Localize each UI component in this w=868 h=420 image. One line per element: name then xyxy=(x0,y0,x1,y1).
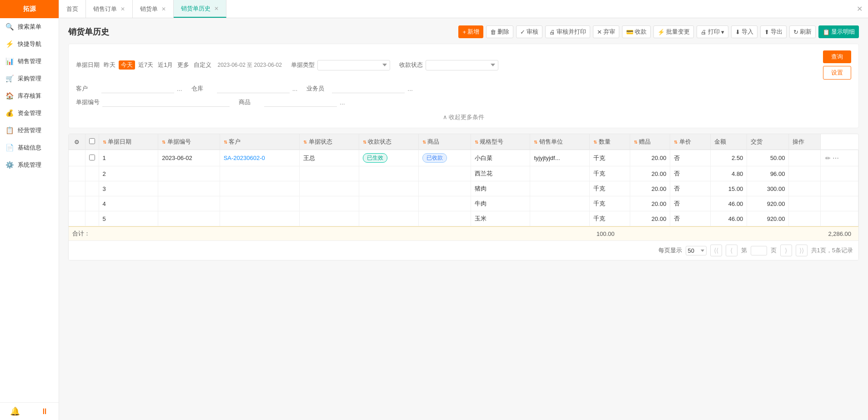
salesperson-input[interactable] xyxy=(332,84,405,93)
customer-input[interactable] xyxy=(101,84,174,93)
sidebar-item-operation-mgmt[interactable]: 📋 经营管理 xyxy=(0,122,59,139)
import-button[interactable]: ⬇ 导入 xyxy=(731,25,758,38)
col-paystatus[interactable]: ⇅ 收款状态 xyxy=(359,134,418,150)
row-checkbox[interactable] xyxy=(89,155,95,160)
pause-icon[interactable]: ⏸ xyxy=(40,407,49,416)
reject-label: 弃审 xyxy=(603,28,615,36)
col-gear[interactable]: ⚙ xyxy=(69,134,85,150)
row-docno xyxy=(220,181,299,196)
tab-sales-history-close[interactable]: ✕ xyxy=(214,5,219,12)
col-unit[interactable]: ⇅ 销售单位 xyxy=(530,134,590,150)
goods-dots[interactable]: ... xyxy=(340,99,345,106)
page-size-label: 每页显示 xyxy=(658,246,682,255)
sidebar-item-sales-mgmt[interactable]: 📊 销售管理 xyxy=(0,53,59,70)
col-docno[interactable]: ⇅ 单据编号 xyxy=(158,134,220,150)
doc-number-input[interactable] xyxy=(102,98,230,107)
row-trade xyxy=(789,211,821,226)
tab-sales-history[interactable]: 销货单历史 ✕ xyxy=(174,0,226,18)
more-icon[interactable]: ⋯ xyxy=(833,155,839,162)
doc-type-select[interactable] xyxy=(317,60,390,70)
payment-status-select[interactable] xyxy=(426,60,498,70)
print-button[interactable]: 🖨 打印 ▾ xyxy=(697,25,728,38)
shortcut-1month[interactable]: 近1月 xyxy=(156,60,174,70)
tabbar-close-all[interactable]: ✕ xyxy=(851,0,868,18)
tab-sales-doc[interactable]: 销货单 ✕ xyxy=(133,0,174,18)
page-label: 第 xyxy=(741,246,747,255)
approve-button[interactable]: ✓ 审核 xyxy=(516,25,542,38)
batch-change-button[interactable]: ⚡ 批量变更 xyxy=(653,25,694,38)
doc-number-label: 单据编号 xyxy=(76,98,100,106)
filter-query-col: 查询 设置 xyxy=(823,50,851,80)
table-row: 2 西兰花 千克 20.00 否 4.80 96.00 xyxy=(69,166,858,181)
first-page-button[interactable]: ⟨⟨ xyxy=(710,245,722,256)
col-qty[interactable]: ⇅ 数量 xyxy=(590,134,630,150)
tab-sales-order[interactable]: 销售订单 ✕ xyxy=(86,0,133,18)
next-page-button[interactable]: ⟩ xyxy=(780,245,792,256)
shortcut-custom[interactable]: 自定义 xyxy=(192,60,213,70)
delete-button[interactable]: 🗑 删除 xyxy=(486,25,513,38)
prev-page-button[interactable]: ⟨ xyxy=(726,245,738,256)
warehouse-input[interactable] xyxy=(217,84,290,93)
footer-amount: 2,286.00 xyxy=(618,230,855,237)
goods-input[interactable] xyxy=(264,98,337,107)
refresh-button[interactable]: ↻ 刷新 xyxy=(789,25,816,38)
export-button[interactable]: ⬆ 导出 xyxy=(760,25,787,38)
row-ops xyxy=(821,196,858,211)
row-customer xyxy=(300,211,359,226)
filter-date: 单据日期 昨天 今天 近7天 近1月 更多 自定义 2023-06-02 至 2… xyxy=(76,60,282,70)
sidebar-item-search-menu[interactable]: 🔍 搜索菜单 xyxy=(0,18,59,35)
shortcut-more[interactable]: 更多 xyxy=(176,60,191,70)
sort-date-icon: ⇅ xyxy=(103,140,106,145)
show-detail-button[interactable]: 📋 显示明细 xyxy=(818,25,859,38)
sort-docno-icon: ⇅ xyxy=(162,140,166,145)
col-date[interactable]: ⇅ 单据日期 xyxy=(99,134,158,150)
collect-icon: 💳 xyxy=(626,29,633,35)
collect-button[interactable]: 💳 收款 xyxy=(622,25,651,38)
warehouse-label: 仓库 xyxy=(191,85,214,93)
row-amount: 96.00 xyxy=(747,166,789,181)
shortcut-today[interactable]: 今天 xyxy=(119,60,135,70)
sidebar-item-sys-mgmt[interactable]: ⚙️ 系统管理 xyxy=(0,156,59,174)
salesperson-dots[interactable]: ... xyxy=(407,85,413,92)
tab-sales-order-close[interactable]: ✕ xyxy=(120,6,125,12)
warehouse-dots[interactable]: ... xyxy=(292,85,298,92)
tab-home[interactable]: 首页 xyxy=(59,0,86,18)
page-number-input[interactable]: 1 xyxy=(751,246,767,255)
sidebar-item-inventory-calc[interactable]: 🏠 库存核算 xyxy=(0,87,59,105)
settings-button[interactable]: 设置 xyxy=(823,66,851,80)
doc-no-link[interactable]: SA-20230602-0 xyxy=(224,155,265,161)
sidebar-item-purchase-mgmt[interactable]: 🛒 采购管理 xyxy=(0,70,59,87)
approve-print-button[interactable]: 🖨 审核并打印 xyxy=(545,25,590,38)
sidebar-item-base-info[interactable]: 📄 基础信息 xyxy=(0,139,59,156)
row-ops: ✏⋯ xyxy=(821,150,858,166)
notification-icon[interactable]: 🔔 xyxy=(10,406,20,416)
col-docstatus[interactable]: ⇅ 单据状态 xyxy=(300,134,359,150)
row-goods: 小白菜 xyxy=(471,150,530,166)
col-spec[interactable]: ⇅ 规格型号 xyxy=(471,134,530,150)
row-amount: 50.00 xyxy=(747,150,789,166)
row-spec xyxy=(530,166,590,181)
col-goods[interactable]: ⇅ 商品 xyxy=(418,134,471,150)
query-button[interactable]: 查询 xyxy=(823,50,851,63)
collapse-row[interactable]: ∧ 收起更多条件 xyxy=(76,111,851,123)
approve-label: 审核 xyxy=(527,28,538,36)
batch-icon: ⚡ xyxy=(657,29,665,35)
edit-icon[interactable]: ✏ xyxy=(825,155,831,162)
reject-button[interactable]: ✕ 弃审 xyxy=(593,25,619,38)
shortcut-yesterday[interactable]: 昨天 xyxy=(102,60,117,70)
shortcut-7days[interactable]: 近7天 xyxy=(137,60,155,70)
add-button[interactable]: + 新增 xyxy=(458,25,483,38)
page-header: 销货单历史 + 新增 🗑 删除 ✓ 审核 🖨 审核并打印 xyxy=(68,25,859,38)
sidebar-item-fund-mgmt[interactable]: 💰 资金管理 xyxy=(0,105,59,122)
last-page-button[interactable]: ⟩⟩ xyxy=(796,245,808,256)
money-icon: 💰 xyxy=(5,109,14,117)
col-gift[interactable]: ⇅ 赠品 xyxy=(630,134,670,150)
sidebar-item-quick-nav[interactable]: ⚡ 快捷导航 xyxy=(0,35,59,53)
col-gift-label: 赠品 xyxy=(639,138,651,145)
select-all-checkbox[interactable] xyxy=(89,138,95,144)
tab-sales-doc-close[interactable]: ✕ xyxy=(161,6,166,12)
customer-dots[interactable]: ... xyxy=(177,85,182,92)
page-size-select[interactable]: 50 100 xyxy=(686,246,707,255)
col-customer[interactable]: ⇅ 客户 xyxy=(220,134,299,150)
col-price[interactable]: ⇅ 单价 xyxy=(670,134,711,150)
